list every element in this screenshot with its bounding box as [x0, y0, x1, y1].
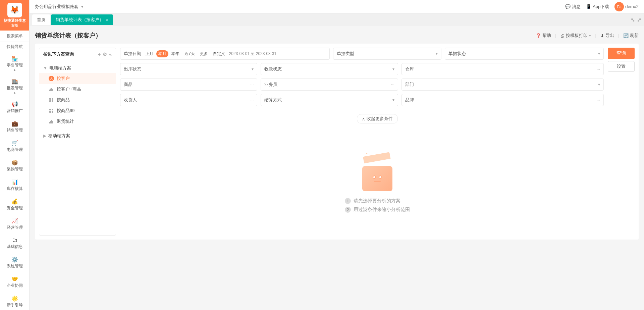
- settlement-filter[interactable]: 结算方式 ▾: [261, 94, 398, 106]
- tab-home[interactable]: 首页: [32, 14, 50, 25]
- export-button[interactable]: ⬇ 导出: [600, 33, 614, 39]
- sidebar-item-retail[interactable]: 🏪 零售管理 ▲: [0, 52, 29, 75]
- sidebar-item-wholesale[interactable]: 🏬 批发管理 ▲: [0, 75, 29, 98]
- collect-status-chevron-icon[interactable]: ▾: [392, 67, 394, 71]
- basic-icon: 🗂: [12, 237, 17, 243]
- salesman-filter[interactable]: 业务员 ···: [261, 79, 398, 91]
- empty-hint-1: 1 请先选择要分析的方案: [345, 198, 410, 204]
- scheme-item-return-stats[interactable]: 退货统计: [39, 116, 116, 127]
- status-chevron-icon[interactable]: ▾: [598, 51, 600, 56]
- salesman-input[interactable]: [279, 82, 389, 87]
- empty-state: ~ ~ 1 请先选择要分析的方案 2 用过滤条件来缩小分析范围: [120, 131, 635, 236]
- header-dropdown-icon[interactable]: ▾: [81, 4, 83, 9]
- settlement-chevron-icon[interactable]: ▾: [392, 98, 394, 102]
- settings-button[interactable]: 设置: [608, 61, 635, 72]
- product-filter[interactable]: 商品 ···: [120, 79, 257, 91]
- date-label: 单据日期: [124, 51, 141, 57]
- scheme-desktop-group-header[interactable]: ▼ 电脑端方案: [39, 63, 116, 73]
- scheme-mobile-group-header[interactable]: ▶ 移动端方案: [39, 131, 116, 141]
- sidebar-item-system[interactable]: ⚙️ 系统管理: [0, 253, 29, 272]
- salesman-dots-icon[interactable]: ···: [391, 82, 394, 87]
- marketing-icon: 📢: [11, 101, 18, 107]
- sidebar-quick-nav[interactable]: 快捷导航: [0, 42, 29, 52]
- header-title: 办公用品行业模拟账套: [35, 4, 78, 10]
- scheme-panel: 按以下方案查询 + ⚙ « ▼ 电脑端方案 人: [39, 48, 116, 236]
- user-menu[interactable]: Ea demo2: [614, 2, 639, 11]
- help-button[interactable]: ❓ 帮助: [536, 33, 551, 39]
- out-status-chevron-icon[interactable]: ▾: [252, 67, 254, 71]
- sidebar-item-newbie-label: 新手引导: [7, 302, 23, 308]
- settlement-input[interactable]: [284, 98, 390, 103]
- date-btn-last-month[interactable]: 上月: [143, 50, 155, 57]
- maximize-icon[interactable]: ⤢: [637, 17, 641, 23]
- date-btn-custom[interactable]: 自定义: [211, 50, 227, 57]
- scheme-settings-button[interactable]: ⚙: [103, 52, 107, 57]
- brand-filter[interactable]: 品牌 ···: [401, 94, 604, 106]
- app-download-button[interactable]: 📱 App下载: [586, 4, 609, 10]
- minimize-icon[interactable]: ⤡: [631, 17, 635, 23]
- scheme-add-button[interactable]: +: [98, 52, 101, 57]
- type-input[interactable]: [356, 51, 434, 56]
- print-dropdown-icon[interactable]: ▾: [589, 34, 591, 38]
- sidebar-search[interactable]: 搜索菜单: [0, 31, 29, 42]
- receiver-input[interactable]: [139, 98, 248, 103]
- collect-status-filter[interactable]: 收款状态 ▾: [261, 63, 398, 75]
- status-label: 单据状态: [448, 51, 466, 57]
- product-input[interactable]: [135, 82, 248, 87]
- refresh-icon: 🔄: [623, 33, 629, 38]
- out-status-input[interactable]: [143, 67, 250, 72]
- receiver-filter[interactable]: 收货人 ···: [120, 94, 257, 106]
- sidebar-item-newbie[interactable]: 🌟 新手引导: [0, 292, 29, 310]
- collect-status-input[interactable]: [284, 67, 390, 72]
- status-input[interactable]: [468, 51, 596, 56]
- collapse-button[interactable]: ∧ 收起更多条件: [357, 114, 398, 123]
- sidebar-logo[interactable]: 🦊 畅捷通好生意 标版: [0, 0, 29, 31]
- sidebar-item-operations[interactable]: 📈 经营管理: [0, 214, 29, 234]
- filter-row-1: 单据日期 上月 本月 本年 近7天 更多 自定义 2023-03-01 至 20…: [120, 48, 604, 60]
- sidebar-item-ecommerce[interactable]: 🛒 电商管理: [0, 137, 29, 156]
- sidebar-item-basic[interactable]: 🗂 基础信息: [0, 234, 29, 253]
- date-btn-7days[interactable]: 近7天: [182, 50, 197, 57]
- date-btn-this-month[interactable]: 本月: [156, 50, 168, 57]
- message-button[interactable]: 💬 消息: [565, 4, 581, 10]
- scheme-item-by-customer-product[interactable]: 按客户+商品: [39, 84, 116, 95]
- sidebar-item-sales[interactable]: 💼 销售管理: [0, 117, 29, 137]
- status-filter[interactable]: 单据状态 ▾: [445, 48, 604, 60]
- department-input[interactable]: [416, 82, 596, 87]
- sidebar-item-marketing[interactable]: 📢 营销推广: [0, 98, 29, 117]
- tab-close-icon[interactable]: ×: [106, 17, 108, 22]
- sidebar-item-inventory[interactable]: 📊 库存核算: [0, 175, 29, 195]
- scheme-item-by-product-99[interactable]: 按商品99: [39, 105, 116, 116]
- department-chevron-icon[interactable]: ▾: [598, 82, 600, 87]
- steam-2: ~: [388, 153, 391, 157]
- product-dots-icon[interactable]: ···: [250, 82, 254, 87]
- type-chevron-icon[interactable]: ▾: [436, 51, 438, 56]
- tab-sales-stats-label: 销货单统计表（按客户）: [56, 17, 104, 23]
- warehouse-dots-icon[interactable]: ···: [597, 67, 600, 71]
- scheme-item-by-product[interactable]: 按商品: [39, 95, 116, 105]
- sidebar-item-purchase[interactable]: 📦 采购管理: [0, 156, 29, 175]
- date-btn-more[interactable]: 更多: [198, 50, 210, 57]
- brand-input[interactable]: [416, 98, 595, 103]
- type-filter[interactable]: 单据类型 ▾: [333, 48, 441, 60]
- scheme-item-by-customer[interactable]: 人 按客户: [39, 73, 116, 84]
- print-button[interactable]: 🖨 按模板打印 ▾: [560, 33, 591, 39]
- out-status-filter[interactable]: 出库状态 ▾: [120, 63, 257, 75]
- app-download-icon: 📱: [586, 4, 591, 9]
- tab-sales-stats[interactable]: 销货单统计表（按客户） ×: [51, 14, 113, 25]
- by-customer-label: 按客户: [57, 75, 70, 82]
- warehouse-input[interactable]: [416, 67, 595, 72]
- sidebar-item-finance[interactable]: 💰 资金管理: [0, 195, 29, 214]
- department-filter[interactable]: 部门 ▾: [401, 79, 604, 91]
- query-button[interactable]: 查询: [608, 48, 635, 59]
- brand-label: 品牌: [405, 97, 414, 103]
- warehouse-filter[interactable]: 仓库 ···: [401, 63, 604, 75]
- receiver-dots-icon[interactable]: ···: [250, 98, 254, 102]
- sidebar-item-enterprise[interactable]: 🤝 企业协同: [0, 272, 29, 292]
- scheme-collapse-button[interactable]: «: [109, 52, 112, 57]
- export-label: 导出: [605, 33, 614, 39]
- date-btn-this-year[interactable]: 本年: [169, 50, 181, 57]
- refresh-button[interactable]: 🔄 刷新: [623, 33, 639, 39]
- by-customer-product-label: 按客户+商品: [57, 86, 81, 92]
- brand-dots-icon[interactable]: ···: [597, 98, 600, 102]
